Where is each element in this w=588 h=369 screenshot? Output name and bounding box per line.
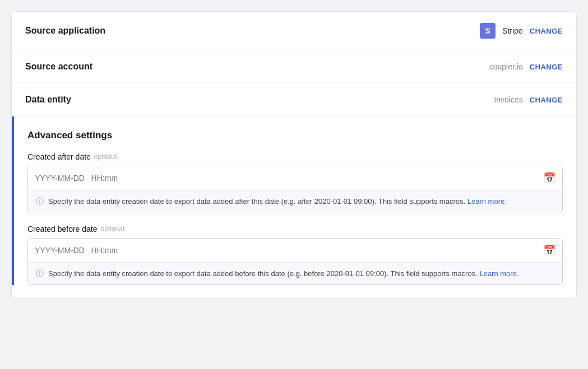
created-before-field-group: Created before date optional 📅 ⓘ Specify… xyxy=(27,225,563,286)
source-account-row: Source account coupler.io CHANGE xyxy=(12,50,576,83)
hint-info-icon: ⓘ xyxy=(36,197,44,207)
hint-info-icon-2: ⓘ xyxy=(36,269,44,279)
created-before-date-input: 📅 xyxy=(28,239,562,263)
created-after-input[interactable] xyxy=(35,174,543,183)
data-entity-row: Data entity Invoices CHANGE xyxy=(12,83,576,116)
created-before-learn-more-link[interactable]: Learn more. xyxy=(479,269,518,278)
created-after-label: Created after date optional xyxy=(27,152,563,161)
main-card: Source application S Stripe CHANGE Sourc… xyxy=(11,11,577,299)
created-after-hint: ⓘ Specify the data entity creation date … xyxy=(28,190,562,213)
created-after-optional: optional xyxy=(94,153,118,161)
created-after-calendar-icon[interactable]: 📅 xyxy=(543,172,555,184)
created-after-field-group: Created after date optional 📅 ⓘ Specify … xyxy=(27,152,563,213)
advanced-settings-section: Advanced settings Created after date opt… xyxy=(12,116,576,285)
created-before-label: Created before date optional xyxy=(27,225,563,233)
created-before-optional: optional xyxy=(101,225,124,233)
data-entity-change-button[interactable]: CHANGE xyxy=(530,96,563,104)
source-account-label: Source account xyxy=(25,62,92,72)
created-after-learn-more-link[interactable]: Learn more. xyxy=(467,197,507,205)
created-before-input-wrapper: 📅 ⓘ Specify the data entity creation dat… xyxy=(27,238,563,286)
created-before-input[interactable] xyxy=(35,246,543,255)
created-after-input-wrapper: 📅 ⓘ Specify the data entity creation dat… xyxy=(27,166,563,213)
stripe-name: Stripe xyxy=(502,26,523,35)
source-application-right: S Stripe CHANGE xyxy=(480,23,563,39)
source-application-change-button[interactable]: CHANGE xyxy=(530,27,563,35)
stripe-icon: S xyxy=(480,23,496,39)
data-entity-value: Invoices xyxy=(494,95,522,104)
source-application-row: Source application S Stripe CHANGE xyxy=(12,12,576,50)
data-entity-label: Data entity xyxy=(25,95,71,105)
advanced-settings-title: Advanced settings xyxy=(27,130,563,141)
created-before-calendar-icon[interactable]: 📅 xyxy=(543,244,555,256)
data-entity-right: Invoices CHANGE xyxy=(494,95,563,104)
created-before-hint: ⓘ Specify the data entity creation date … xyxy=(28,263,562,285)
created-before-hint-text: Specify the data entity creation date to… xyxy=(48,268,519,279)
source-account-right: coupler.io CHANGE xyxy=(489,62,563,71)
created-after-date-input: 📅 xyxy=(28,166,562,190)
created-after-hint-text: Specify the data entity creation date to… xyxy=(48,196,507,207)
source-application-label: Source application xyxy=(25,26,105,36)
source-account-change-button[interactable]: CHANGE xyxy=(530,63,563,71)
source-account-value: coupler.io xyxy=(489,62,523,71)
